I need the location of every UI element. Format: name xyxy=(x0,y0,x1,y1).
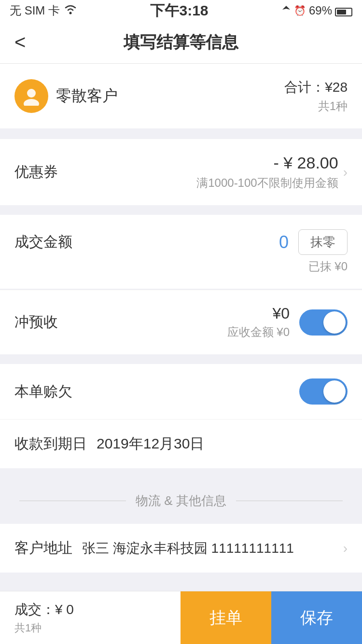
bottom-deal-amount: ¥ 0 xyxy=(55,602,74,617)
svg-point-1 xyxy=(27,89,36,98)
round-zero-button[interactable]: 抹零 xyxy=(298,229,348,255)
debt-label: 本单赊欠 xyxy=(14,382,72,402)
status-right: ⏰ 69% xyxy=(281,4,352,17)
divider-2 xyxy=(0,205,362,215)
back-button[interactable]: < xyxy=(14,31,26,53)
address-section[interactable]: 客户地址 张三 海淀永丰科技园 11111111111 › xyxy=(0,524,362,573)
prepay-section: 冲预收 ¥0 应收金额 ¥0 xyxy=(0,290,362,354)
prepay-row: 冲预收 ¥0 应收金额 ¥0 xyxy=(14,305,348,340)
bottom-deal-label: 成交： xyxy=(14,602,55,617)
carrier-label: 无 SIM 卡 xyxy=(10,3,60,18)
alarm-icon: ⏰ xyxy=(294,5,306,16)
coupon-label: 优惠券 xyxy=(14,162,58,182)
transaction-section: 成交金额 0 抹零 已抹 ¥0 xyxy=(0,215,362,289)
logistics-label: 物流 & 其他信息 xyxy=(136,492,226,509)
duedate-section: 收款到期日 2019年12月30日 xyxy=(0,419,362,468)
prepay-value-block: ¥0 应收金额 ¥0 xyxy=(227,305,290,340)
status-left: 无 SIM 卡 xyxy=(10,3,77,18)
receivable-label: 应收金额 ¥0 xyxy=(227,324,290,340)
save-button-label: 保存 xyxy=(300,607,333,629)
address-chevron-icon: › xyxy=(343,541,348,556)
duedate-row: 收款到期日 2019年12月30日 xyxy=(14,434,348,454)
prepay-toggle[interactable] xyxy=(299,309,348,336)
svg-point-0 xyxy=(70,12,72,14)
prepay-right: ¥0 应收金额 ¥0 xyxy=(227,305,348,340)
status-bar: 无 SIM 卡 下午3:18 ⏰ 69% xyxy=(0,0,362,21)
customer-name: 零散客户 xyxy=(56,85,118,107)
customer-left: 零散客户 xyxy=(14,79,118,113)
page-title: 填写结算等信息 xyxy=(124,31,238,54)
debt-section: 本单赊欠 xyxy=(0,364,362,419)
avatar xyxy=(14,79,48,113)
transaction-label: 成交金额 xyxy=(14,232,72,252)
transaction-row: 成交金额 0 抹零 xyxy=(14,229,348,255)
content-area: 零散客户 合计：¥28 共1种 优惠券 - ¥ 28.00 满1000-100不… xyxy=(0,64,362,644)
location-icon xyxy=(281,4,291,17)
battery-icon xyxy=(335,4,352,17)
chevron-right-icon: › xyxy=(343,165,348,180)
customer-row: 零散客户 合计：¥28 共1种 xyxy=(0,64,362,128)
status-time: 下午3:18 xyxy=(150,1,208,21)
save-button[interactable]: 保存 xyxy=(271,591,362,644)
pending-button[interactable]: 挂单 xyxy=(181,591,271,644)
coupon-right: - ¥ 28.00 满1000-100不限制使用金额 › xyxy=(196,154,348,191)
duedate-value: 2019年12月30日 xyxy=(97,434,204,454)
customer-total: 合计：¥28 共1种 xyxy=(284,78,348,114)
nav-bar: < 填写结算等信息 xyxy=(0,21,362,64)
logistics-separator: 物流 & 其他信息 xyxy=(0,492,362,509)
coupon-desc: 满1000-100不限制使用金额 xyxy=(196,175,338,191)
transaction-right: 0 抹零 xyxy=(279,229,348,255)
duedate-label: 收款到期日 xyxy=(14,434,87,454)
svg-point-2 xyxy=(24,99,39,106)
total-amount-label: 合计：¥28 xyxy=(284,78,348,97)
divider-5 xyxy=(0,519,362,524)
already-deducted-label: 已抹 ¥0 xyxy=(14,259,348,274)
logistics-separator-area: 物流 & 其他信息 xyxy=(0,483,362,519)
wifi-icon xyxy=(64,4,77,17)
divider-4 xyxy=(0,468,362,483)
toggle-circle xyxy=(323,311,346,334)
prepay-label: 冲预收 xyxy=(14,312,58,332)
prepay-amount: ¥0 xyxy=(227,305,290,322)
address-value: 张三 海淀永丰科技园 11111111111 xyxy=(72,539,343,558)
sep-line-right xyxy=(236,501,343,501)
bottom-bar: 成交：¥ 0 共1种 挂单 保存 xyxy=(0,591,362,644)
address-label: 客户地址 xyxy=(14,538,72,558)
battery-percent: 69% xyxy=(309,4,332,17)
bottom-count-label: 共1种 xyxy=(14,621,166,635)
coupon-row[interactable]: 优惠券 - ¥ 28.00 满1000-100不限制使用金额 › xyxy=(0,139,362,205)
divider-1 xyxy=(0,129,362,139)
bottom-deal-row: 成交：¥ 0 xyxy=(14,601,166,619)
debt-toggle[interactable] xyxy=(299,378,348,405)
sep-line-left xyxy=(19,501,126,501)
total-count-label: 共1种 xyxy=(284,98,348,114)
debt-toggle-circle xyxy=(323,380,346,403)
coupon-amount: - ¥ 28.00 xyxy=(196,154,338,172)
bottom-info: 成交：¥ 0 共1种 xyxy=(0,601,181,635)
transaction-value: 0 xyxy=(279,232,289,252)
pending-button-label: 挂单 xyxy=(209,607,242,629)
divider-3 xyxy=(0,354,362,364)
